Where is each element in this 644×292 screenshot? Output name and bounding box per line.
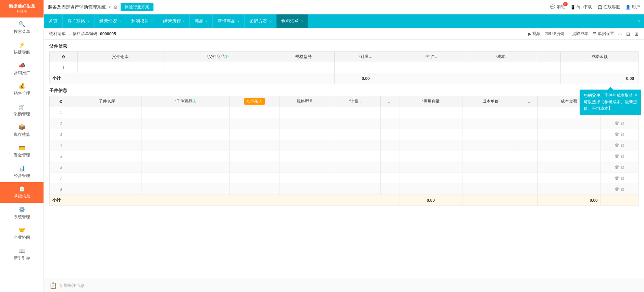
close-all-tabs-button[interactable]: × xyxy=(635,14,644,28)
child-product-cell-3[interactable] xyxy=(141,129,230,140)
child-unit-cell-7[interactable] xyxy=(330,173,381,184)
delete-row-button-3[interactable]: 🗑 xyxy=(615,131,619,137)
delete-row-button-5[interactable]: 🗑 xyxy=(615,153,619,159)
child-unit-cell-5[interactable] xyxy=(330,151,381,162)
delete-row-button-6[interactable]: 🗑 xyxy=(615,164,619,170)
note-hint[interactable]: 新增备注信息 xyxy=(60,283,84,289)
view-video-button[interactable]: ▶ 视频 xyxy=(528,31,541,37)
sidebar-item-guide[interactable]: 📖 新手引导 xyxy=(0,244,44,265)
tab-close-icon[interactable]: × xyxy=(269,20,271,23)
tab-close-icon[interactable]: × xyxy=(301,20,303,23)
delete-row-button-7[interactable]: 🗑 xyxy=(615,175,619,181)
child-qty-cell-5[interactable] xyxy=(399,151,462,162)
tab-history[interactable]: 经营历程 × xyxy=(158,14,190,28)
delete-row-button-4[interactable]: 🗑 xyxy=(615,142,619,148)
copy-row-button-5[interactable]: ⧉ xyxy=(621,153,624,159)
copy-row-button-7[interactable]: ⧉ xyxy=(621,175,624,181)
child-warehouse-cell-1[interactable] xyxy=(72,107,141,118)
child-warehouse-cell-7[interactable] xyxy=(72,173,141,184)
sidebar-item-operations[interactable]: 📊 经营管理 xyxy=(0,162,44,182)
child-warehouse-cell-2[interactable] xyxy=(72,118,141,129)
tab-profit[interactable]: 利润报告 × xyxy=(126,14,158,28)
child-spec-cell-7[interactable] xyxy=(280,173,330,184)
next-record-button[interactable]: › xyxy=(620,31,622,37)
parent-unit-cell[interactable] xyxy=(335,62,397,73)
child-qty-cell-1[interactable] xyxy=(399,107,462,118)
child-spec-cell-3[interactable] xyxy=(280,129,330,140)
delete-row-button-8[interactable]: 🗑 xyxy=(615,186,619,192)
parent-col-config[interactable]: ⚙ xyxy=(50,52,78,62)
child-spec-cell-4[interactable] xyxy=(280,140,330,151)
tab-close-icon[interactable]: × xyxy=(183,20,185,23)
child-product-cell-1[interactable] xyxy=(141,107,230,118)
copy-row-button-4[interactable]: ⧉ xyxy=(621,142,624,148)
parent-product-cell[interactable] xyxy=(163,62,272,73)
extract-cost-button[interactable]: ↓ 提取成本 xyxy=(569,31,589,37)
sidebar-item-quick-nav[interactable]: ⚡ 快捷导航 xyxy=(0,38,44,59)
sidebar-item-marketing[interactable]: 📣 营销推广 xyxy=(0,59,44,79)
child-unit-cell-3[interactable] xyxy=(330,129,381,140)
child-unit-cell-1[interactable] xyxy=(330,107,381,118)
tab-barcode[interactable]: 条码方案 × xyxy=(245,14,276,28)
child-product-cell-8[interactable] xyxy=(141,184,230,195)
child-warehouse-cell-4[interactable] xyxy=(72,140,141,151)
child-product-cell-6[interactable] xyxy=(141,162,230,173)
child-unit-cell-4[interactable] xyxy=(330,140,381,151)
child-spec-cell-1[interactable] xyxy=(280,107,330,118)
shortcut-button[interactable]: ⌨ 快捷键 xyxy=(545,31,565,37)
user-button[interactable]: 👤 用户 xyxy=(626,4,640,10)
copy-row-button-8[interactable]: ⧉ xyxy=(621,186,624,192)
child-unit-cell-8[interactable] xyxy=(330,184,381,195)
child-unit-cell-6[interactable] xyxy=(330,162,381,173)
parent-warehouse-cell[interactable] xyxy=(77,62,163,73)
online-service-button[interactable]: 🎧 在线客服 xyxy=(597,4,620,10)
tab-close-icon[interactable]: × xyxy=(87,20,89,23)
tab-operations[interactable]: 经营情况 × xyxy=(95,14,126,28)
child-price-cell-4[interactable] xyxy=(462,140,519,151)
tab-products[interactable]: 商品 × xyxy=(190,14,213,28)
child-warehouse-cell-3[interactable] xyxy=(72,129,141,140)
delete-row-button-2[interactable]: 🗑 xyxy=(615,120,619,126)
tooltip-close-button[interactable]: × xyxy=(635,92,637,99)
copy-row-button-2[interactable]: ⧉ xyxy=(621,120,624,126)
tab-close-icon[interactable]: × xyxy=(237,20,239,23)
single-settings-button[interactable]: ☰ 单据设置 xyxy=(593,31,614,37)
tab-close-icon[interactable]: × xyxy=(206,20,208,23)
child-warehouse-cell-8[interactable] xyxy=(72,184,141,195)
child-unit-cell-2[interactable] xyxy=(330,118,381,129)
child-product-cell-2[interactable] xyxy=(141,118,230,129)
tab-bom[interactable]: 物料清单 × xyxy=(276,14,308,28)
child-qty-cell-4[interactable] xyxy=(399,140,462,151)
sidebar-item-enterprise[interactable]: 🤝 企业协同 xyxy=(0,223,44,244)
child-product-cell-7[interactable] xyxy=(141,173,230,184)
copy-row-button-3[interactable]: ⧉ xyxy=(621,131,624,137)
child-product-cell-5[interactable] xyxy=(141,151,230,162)
sidebar-item-system[interactable]: ⚙️ 系统管理 xyxy=(0,203,44,223)
copy-row-button-6[interactable]: ⧉ xyxy=(621,164,624,170)
child-price-cell-2[interactable] xyxy=(462,118,519,129)
child-qty-cell-2[interactable] xyxy=(399,118,462,129)
trial-button[interactable]: 体验行业方案 xyxy=(121,3,153,11)
breadcrumb-parent[interactable]: 物料清单 xyxy=(49,31,66,37)
child-price-cell-6[interactable] xyxy=(462,162,519,173)
tab-customer[interactable]: 客户联络 × xyxy=(63,14,95,28)
tab-close-icon[interactable]: × xyxy=(151,20,153,23)
child-spec-cell-6[interactable] xyxy=(280,162,330,173)
child-price-cell-7[interactable] xyxy=(462,173,519,184)
message-button[interactable]: 💬 6 消息 xyxy=(550,4,565,10)
expand-button[interactable]: ▾ xyxy=(109,5,111,10)
sidebar-item-basic-info[interactable]: 📋 基础信息 xyxy=(0,182,44,203)
child-qty-cell-7[interactable] xyxy=(399,173,462,184)
sidebar-item-finance[interactable]: 💳 资金管理 xyxy=(0,141,44,162)
table-view-button[interactable]: ⊞ xyxy=(634,31,639,37)
gear-icon[interactable]: ⚙ xyxy=(113,4,118,10)
child-spec-cell-2[interactable] xyxy=(280,118,330,129)
sidebar-item-purchase[interactable]: 🛒 采购管理 xyxy=(0,100,44,120)
child-price-cell-5[interactable] xyxy=(462,151,519,162)
child-qty-cell-3[interactable] xyxy=(399,129,462,140)
child-spec-cell-8[interactable] xyxy=(280,184,330,195)
child-price-cell-1[interactable] xyxy=(462,107,519,118)
prev-record-button[interactable]: ‹ xyxy=(618,31,620,37)
child-qty-cell-6[interactable] xyxy=(399,162,462,173)
child-price-cell-8[interactable] xyxy=(462,184,519,195)
